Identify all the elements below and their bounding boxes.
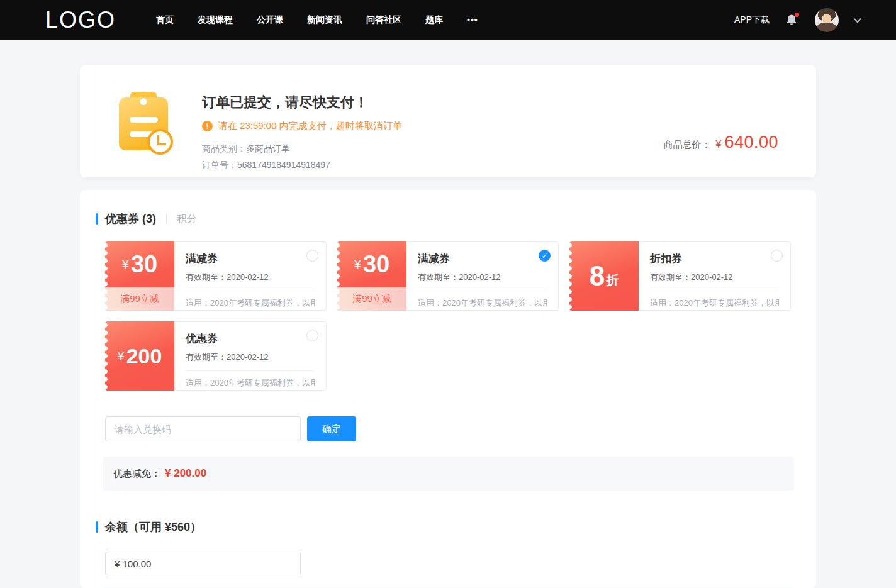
balance-section-header: 余额（可用 ¥560） — [96, 519, 791, 535]
notification-badge — [795, 13, 799, 17]
coupon-amount-value: 30 — [363, 251, 389, 278]
order-category-label: 商品类别： — [202, 143, 246, 153]
coupon-radio-unchecked[interactable] — [306, 250, 318, 262]
payment-deadline-warning: ! 请在 23:59:00 内完成支付，超时将取消订单 — [202, 120, 402, 132]
coupon-body: 满减券 有效期至：2020-02-12 适用：2020年考研专属福利券，以用..… — [406, 242, 558, 310]
order-number-row: 订单号：5681749184914918497 — [202, 157, 402, 173]
coupon-stub: ¥30 满99立减 — [337, 241, 406, 311]
coupon-stub: 8折 — [569, 241, 639, 311]
coupon-amount-value: 30 — [131, 251, 157, 278]
order-info: 订单已提交，请尽快支付！ ! 请在 23:59:00 内完成支付，超时将取消订单… — [202, 92, 402, 151]
order-category-value: 多商品订单 — [246, 143, 290, 153]
nav-item-question-bank[interactable]: 题库 — [425, 14, 443, 26]
confirm-button[interactable]: 确定 — [307, 416, 356, 441]
coupon-amount-prefix: ¥ — [122, 257, 129, 272]
chevron-down-icon[interactable] — [854, 15, 862, 23]
coupon-amount-suffix: 折 — [606, 272, 619, 289]
coupon-body: 折扣券 有效期至：2020-02-12 适用：2020年考研专属福利券，以用..… — [639, 242, 790, 310]
currency-symbol: ¥ — [716, 139, 722, 150]
app-download-link[interactable]: APP下载 — [734, 14, 770, 26]
clipboard-clip-dot — [140, 98, 147, 105]
coupon-amount: ¥30 — [105, 241, 174, 287]
exclamation-icon: ! — [202, 121, 213, 131]
coupon-body: 优惠券 有效期至：2020-02-12 适用：2020年考研专属福利券，以用..… — [174, 322, 326, 390]
tab-coupons[interactable]: 优惠券 (3) — [105, 211, 156, 226]
redeem-code-input[interactable] — [105, 416, 301, 441]
coupon-amount: 8折 — [569, 241, 639, 311]
clock-badge-icon — [147, 129, 173, 155]
page-content: 订单已提交，请尽快支付！ ! 请在 23:59:00 内完成支付，超时将取消订单… — [80, 65, 816, 588]
top-navbar: LOGO 首页 发现课程 公开课 新闻资讯 问答社区 题库 ••• APP下载 — [0, 0, 896, 40]
warning-text: 请在 23:59:00 内完成支付，超时将取消订单 — [218, 120, 402, 132]
coupon-body: 满减券 有效期至：2020-02-12 适用：2020年考研专属福利券，以用..… — [174, 242, 326, 310]
coupon-radio-unchecked[interactable] — [771, 250, 783, 262]
order-total-amount: 640.00 — [724, 133, 778, 152]
coupon-amount-value: 200 — [126, 344, 162, 369]
order-category-row: 商品类别：多商品订单 — [202, 140, 402, 157]
order-status-card: 订单已提交，请尽快支付！ ! 请在 23:59:00 内完成支付，超时将取消订单… — [80, 65, 816, 177]
coupon-scope: 适用：2020年考研专属福利券，以用... — [186, 377, 315, 389]
order-number-label: 订单号： — [202, 160, 237, 170]
nav-menu: 首页 发现课程 公开课 新闻资讯 问答社区 题库 ••• — [156, 14, 478, 26]
balance-amount-input[interactable] — [105, 552, 301, 575]
payment-options-panel: 优惠券 (3) 积分 ¥30 满99立减 满减券 有效期至：2020-02-12… — [80, 190, 816, 588]
nav-item-news[interactable]: 新闻资讯 — [307, 14, 342, 26]
coupon-stub: ¥200 — [105, 321, 174, 391]
nav-item-discover-courses[interactable]: 发现课程 — [198, 14, 233, 26]
coupon-amount: ¥30 — [337, 241, 406, 287]
discount-summary-strip: 优惠减免： ¥ 200.00 — [103, 457, 794, 491]
order-number-value: 5681749184914918497 — [237, 160, 330, 170]
nav-right-area: APP下载 — [734, 8, 860, 32]
coupon-title: 优惠券 — [186, 331, 315, 346]
coupon-validity: 有效期至：2020-02-12 — [186, 272, 315, 291]
coupon-amount-prefix: ¥ — [118, 349, 125, 363]
balance-title: 余额（可用 ¥560） — [105, 519, 201, 535]
section-accent-bar — [96, 521, 98, 533]
section-accent-bar — [96, 213, 98, 225]
coupon-card-full-reduction-2[interactable]: ¥30 满99立减 满减券 有效期至：2020-02-12 适用：2020年考研… — [337, 241, 559, 311]
coupon-title: 折扣券 — [650, 252, 779, 266]
coupon-scope: 适用：2020年考研专属福利券，以用... — [418, 297, 547, 309]
coupon-section-header: 优惠券 (3) 积分 — [96, 211, 791, 226]
coupon-stub: ¥30 满99立减 — [105, 241, 174, 311]
redeem-code-row: 确定 — [105, 416, 791, 441]
clipboard-line — [130, 117, 158, 123]
check-icon: ✓ — [541, 252, 547, 260]
nav-more-menu[interactable]: ••• — [467, 15, 478, 25]
coupon-radio-checked[interactable]: ✓ — [539, 250, 551, 262]
coupon-radio-unchecked[interactable] — [306, 330, 318, 341]
tab-divider — [166, 214, 167, 224]
coupon-card-full-reduction-1[interactable]: ¥30 满99立减 满减券 有效期至：2020-02-12 适用：2020年考研… — [105, 241, 327, 311]
clipboard-clock-icon — [118, 92, 173, 152]
coupon-amount: ¥200 — [105, 321, 174, 391]
discount-value: ¥ 200.00 — [165, 467, 206, 480]
order-total-label: 商品总价： — [664, 139, 711, 151]
nav-item-qa-community[interactable]: 问答社区 — [366, 14, 401, 26]
coupon-title: 满减券 — [418, 252, 547, 266]
coupon-validity: 有效期至：2020-02-12 — [650, 272, 779, 291]
logo[interactable]: LOGO — [45, 7, 116, 33]
coupon-card-discount[interactable]: 8折 折扣券 有效期至：2020-02-12 适用：2020年考研专属福利券，以… — [569, 241, 791, 311]
discount-label: 优惠减免： — [113, 468, 160, 480]
coupon-amount-prefix: ¥ — [354, 257, 361, 272]
nav-item-open-courses[interactable]: 公开课 — [257, 14, 283, 26]
coupon-validity: 有效期至：2020-02-12 — [418, 272, 547, 291]
user-avatar[interactable] — [815, 8, 839, 32]
coupon-condition: 满99立减 — [105, 287, 174, 311]
notification-bell-icon[interactable] — [785, 13, 800, 28]
coupon-scope: 适用：2020年考研专属福利券，以用... — [186, 297, 315, 309]
nav-item-home[interactable]: 首页 — [156, 14, 174, 26]
coupon-validity: 有效期至：2020-02-12 — [186, 352, 315, 371]
tab-points[interactable]: 积分 — [177, 213, 197, 226]
order-total: 商品总价： ¥ 640.00 — [664, 133, 779, 152]
coupon-grid: ¥30 满99立减 满减券 有效期至：2020-02-12 适用：2020年考研… — [105, 241, 791, 391]
coupon-card-voucher[interactable]: ¥200 优惠券 有效期至：2020-02-12 适用：2020年考研专属福利券… — [105, 321, 327, 391]
coupon-amount-value: 8 — [590, 260, 605, 292]
coupon-title: 满减券 — [186, 252, 315, 266]
order-title: 订单已提交，请尽快支付！ — [202, 93, 402, 112]
coupon-condition: 满99立减 — [337, 287, 406, 311]
coupon-scope: 适用：2020年考研专属福利券，以用... — [650, 297, 779, 309]
